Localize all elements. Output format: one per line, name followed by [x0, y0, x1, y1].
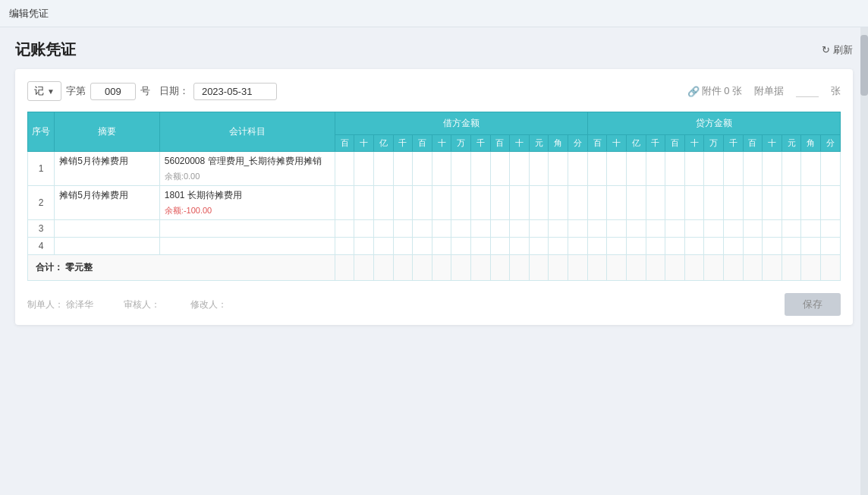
debit-col-9: 百 [490, 135, 510, 152]
credit-col-12: 角 [801, 135, 821, 152]
debit-col-7: 万 [451, 135, 471, 152]
row-2-c7[interactable] [704, 186, 724, 220]
row-1-c6[interactable] [684, 152, 704, 186]
credit-col-8: 千 [723, 135, 743, 152]
credit-col-3: 亿 [626, 135, 646, 152]
zi-label: 字第 [66, 84, 86, 98]
row-1-d6[interactable] [432, 152, 451, 186]
row-2-d3[interactable] [374, 186, 394, 220]
row-1-c8[interactable] [723, 152, 743, 186]
auditor-label: 审核人： [124, 298, 160, 311]
row-3-seq: 3 [28, 220, 55, 238]
number-input[interactable] [90, 83, 136, 100]
row-2-c4[interactable] [646, 186, 665, 220]
row-2-c5[interactable] [665, 186, 685, 220]
row-1-d13[interactable] [568, 152, 588, 186]
debit-col-13: 分 [568, 135, 588, 152]
row-2-c13[interactable] [821, 186, 841, 220]
row-2-d5[interactable] [413, 186, 432, 220]
row-2-c10[interactable] [763, 186, 782, 220]
credit-col-9: 百 [743, 135, 763, 152]
row-1-d5[interactable] [413, 152, 432, 186]
row-4-account[interactable] [159, 238, 335, 255]
row-1-c1[interactable] [587, 152, 607, 186]
row-2-d4[interactable] [393, 186, 413, 220]
row-1-d3[interactable] [374, 152, 394, 186]
row-1-d9[interactable] [490, 152, 510, 186]
date-input[interactable] [193, 83, 277, 100]
row-2-d11[interactable] [529, 186, 549, 220]
fu-single-label: 附单据 [754, 84, 784, 98]
row-1-c13[interactable] [821, 152, 841, 186]
attachments-group: 🔗 附件 0 张 附单据 张 [687, 84, 841, 98]
row-2-d12[interactable] [549, 186, 568, 220]
row-2-seq: 2 [28, 186, 55, 220]
voucher-card: 记 ▼ 字第 号 日期： 🔗 附件 0 张 附单据 张 [15, 69, 853, 325]
credit-col-6: 十 [684, 135, 704, 152]
zhang-input[interactable] [796, 85, 819, 97]
refresh-button[interactable]: ↻ 刷新 [822, 43, 853, 57]
row-2-d2[interactable] [354, 186, 374, 220]
row-2-summary[interactable]: 摊销5月待摊费用 [55, 186, 160, 220]
row-4-summary[interactable] [55, 238, 160, 255]
row-1-c9[interactable] [743, 152, 763, 186]
attachment-link[interactable]: 🔗 附件 0 张 [687, 84, 742, 98]
row-2-account[interactable]: 1801 长期待摊费用 余额:-100.00 [159, 186, 335, 220]
row-2-d6[interactable] [432, 186, 451, 220]
row-2-c11[interactable] [782, 186, 801, 220]
chevron-down-icon: ▼ [47, 87, 55, 96]
table-row: 4 [28, 238, 841, 255]
hao-label: 号 [140, 84, 150, 98]
row-1-c2[interactable] [607, 152, 627, 186]
row-2-balance: 余额:-100.00 [165, 205, 330, 216]
row-1-d7[interactable] [451, 152, 471, 186]
row-2-c8[interactable] [723, 186, 743, 220]
row-1-d8[interactable] [471, 152, 491, 186]
row-1-account[interactable]: 56020008 管理费用_长期待摊费用摊销 余额:0.00 [159, 152, 335, 186]
row-1-c3[interactable] [626, 152, 646, 186]
row-1-c10[interactable] [763, 152, 782, 186]
row-2-c1[interactable] [587, 186, 607, 220]
row-2-c2[interactable] [607, 186, 627, 220]
row-1-c12[interactable] [801, 152, 821, 186]
row-1-d11[interactable] [529, 152, 549, 186]
row-3-summary[interactable] [55, 220, 160, 238]
total-label: 合计： 零元整 [28, 255, 335, 281]
row-4-seq: 4 [28, 238, 55, 255]
row-2-c12[interactable] [801, 186, 821, 220]
total-row: 合计： 零元整 [28, 255, 841, 281]
debit-col-8: 千 [471, 135, 491, 152]
row-1-d4[interactable] [393, 152, 413, 186]
row-2-d8[interactable] [471, 186, 491, 220]
prefix-group: 记 ▼ 字第 号 [27, 81, 150, 101]
row-1-c5[interactable] [665, 152, 685, 186]
row-1-d1[interactable] [335, 152, 354, 186]
scrollbar-thumb[interactable] [860, 35, 868, 96]
row-2-c9[interactable] [743, 186, 763, 220]
date-group: 日期： [159, 83, 277, 100]
row-2-c6[interactable] [684, 186, 704, 220]
row-1-c7[interactable] [704, 152, 724, 186]
row-2-d1[interactable] [335, 186, 354, 220]
prefix-select[interactable]: 记 ▼ [27, 81, 61, 101]
credit-col-10: 十 [763, 135, 782, 152]
paperclip-icon: 🔗 [687, 86, 700, 97]
row-2-d7[interactable] [451, 186, 471, 220]
debit-col-5: 百 [413, 135, 432, 152]
debit-col-6: 十 [432, 135, 451, 152]
titlebar: 编辑凭证 [0, 0, 868, 27]
row-1-d2[interactable] [354, 152, 374, 186]
row-2-d9[interactable] [490, 186, 510, 220]
row-2-d10[interactable] [510, 186, 530, 220]
row-1-d10[interactable] [510, 152, 530, 186]
row-1-d12[interactable] [549, 152, 568, 186]
row-1-c11[interactable] [782, 152, 801, 186]
save-button[interactable]: 保存 [785, 293, 841, 316]
form-row: 记 ▼ 字第 号 日期： 🔗 附件 0 张 附单据 张 [27, 81, 841, 101]
row-3-account[interactable] [159, 220, 335, 238]
row-2-d13[interactable] [568, 186, 588, 220]
row-1-summary[interactable]: 摊销5月待摊费用 [55, 152, 160, 186]
row-2-c3[interactable] [626, 186, 646, 220]
row-1-seq: 1 [28, 152, 55, 186]
row-1-c4[interactable] [646, 152, 665, 186]
